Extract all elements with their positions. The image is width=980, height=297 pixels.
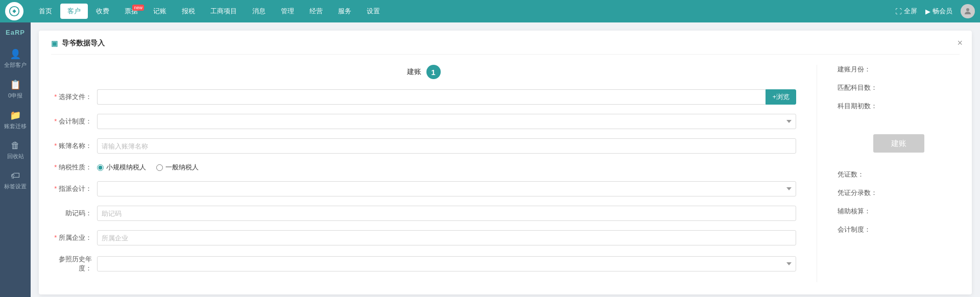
sidebar-label-migration: 账套迁移 <box>4 122 27 130</box>
form-right: 建账月份： 匹配科目数： 科目期初数： 建账 凭证 <box>817 65 960 282</box>
nav-fee[interactable]: 收费 <box>89 4 116 19</box>
company-row: 所属企业： <box>51 230 796 245</box>
company-input[interactable] <box>97 230 796 245</box>
step-label: 建账 <box>407 67 421 77</box>
nav-customer[interactable]: 客户 <box>60 4 88 19</box>
aux-field: 辅助核算： <box>838 207 960 216</box>
sidebar-item-all-customers[interactable]: 👤 全部客户 <box>0 44 31 73</box>
sidebar-item-tags[interactable]: 🏷 标签设置 <box>0 166 31 194</box>
avatar[interactable] <box>961 4 975 18</box>
tax-row: 纳税性质： 小规模纳税人 一般纳税人 <box>51 163 796 172</box>
voucher-field: 凭证数： <box>838 170 960 179</box>
fullscreen-label: 全屏 <box>904 7 917 16</box>
nav-bookkeeping[interactable]: 记账 <box>146 4 174 19</box>
memo-label: 助记码： <box>51 209 97 218</box>
history-select[interactable] <box>97 256 796 271</box>
nav-invoice[interactable]: 票据 new <box>117 4 145 19</box>
sidebar-item-declaration[interactable]: 📋 0申报 <box>0 75 31 104</box>
main-content: ▣ 导爷数据导入 × 建账 1 选择文件： <box>31 22 980 297</box>
history-control <box>97 256 796 271</box>
month-field: 建账月份： <box>838 65 960 74</box>
nav-message[interactable]: 消息 <box>245 4 273 19</box>
ledger-input[interactable] <box>97 138 796 154</box>
tags-icon: 🏷 <box>11 170 20 181</box>
layout: EaRP 👤 全部客户 📋 0申报 📁 账套迁移 🗑 回收站 🏷 标签设置 ▣ … <box>0 22 980 297</box>
declaration-icon: 📋 <box>10 79 21 90</box>
history-row: 参照历史年度： <box>51 255 796 273</box>
form-left: 建账 1 选择文件： +浏览 会计制度： <box>51 65 817 282</box>
file-input[interactable] <box>97 89 766 105</box>
voucher-label: 凭证数： <box>838 170 883 179</box>
accountant-control <box>97 181 796 196</box>
browse-button[interactable]: +浏览 <box>766 89 796 105</box>
nav-operation[interactable]: 经营 <box>302 4 330 19</box>
migration-icon: 📁 <box>10 110 21 121</box>
tax-general[interactable]: 一般纳税人 <box>156 163 199 172</box>
aux-label: 辅助核算： <box>838 207 883 216</box>
tax-small-radio[interactable] <box>97 164 104 171</box>
customer-icon: 👤 <box>10 48 21 60</box>
accountant-label: 指派会计： <box>51 184 97 193</box>
member-btn[interactable]: ▶ 畅会员 <box>925 7 952 16</box>
nav-manage[interactable]: 管理 <box>274 4 301 19</box>
nav-settings[interactable]: 设置 <box>360 4 387 19</box>
svg-point-1 <box>966 8 969 11</box>
voucher-entries-label: 凭证分录数： <box>838 188 883 197</box>
tax-general-label: 一般纳税人 <box>165 163 199 172</box>
dialog-header: ▣ 导爷数据导入 <box>51 39 960 55</box>
month-label: 建账月份： <box>838 65 883 74</box>
history-label: 参照历史年度： <box>51 255 97 273</box>
memo-control <box>97 206 796 221</box>
accounting-label: 会计制度： <box>51 117 97 126</box>
sidebar: EaRP 👤 全部客户 📋 0申报 📁 账套迁移 🗑 回收站 🏷 标签设置 <box>0 22 31 297</box>
nav-home[interactable]: 首页 <box>32 4 59 19</box>
sidebar-label-declaration: 0申报 <box>8 92 22 100</box>
step-header: 建账 1 <box>51 65 796 79</box>
nav-tax[interactable]: 报税 <box>175 4 202 19</box>
tax-small-label: 小规模纳税人 <box>106 163 146 172</box>
build-button[interactable]: 建账 <box>873 134 924 153</box>
nav-business[interactable]: 工商项目 <box>203 4 244 19</box>
match-field: 匹配科目数： <box>838 83 960 92</box>
member-icon: ▶ <box>925 8 930 15</box>
right-accounting-field: 会计制度： <box>838 225 960 234</box>
file-row: 选择文件： +浏览 <box>51 89 796 105</box>
logo[interactable] <box>5 2 23 20</box>
step-circle: 1 <box>426 65 441 79</box>
nav-items: 首页 客户 收费 票据 new 记账 报税 工商项目 消息 管理 经营 服务 设… <box>32 4 895 19</box>
tax-label: 纳税性质： <box>51 163 97 172</box>
tax-small[interactable]: 小规模纳税人 <box>97 163 146 172</box>
tax-general-radio[interactable] <box>156 164 163 171</box>
memo-input[interactable] <box>97 206 796 221</box>
accountant-row: 指派会计： <box>51 181 796 196</box>
file-label: 选择文件： <box>51 92 97 102</box>
member-label: 畅会员 <box>933 7 952 16</box>
form-layout: 建账 1 选择文件： +浏览 会计制度： <box>51 65 960 282</box>
recycle-icon: 🗑 <box>11 140 20 151</box>
accounting-select[interactable] <box>97 114 796 129</box>
period-field: 科目期初数： <box>838 102 960 111</box>
accounting-control <box>97 114 796 129</box>
voucher-entries-field: 凭证分录数： <box>838 188 960 197</box>
top-nav: 首页 客户 收费 票据 new 记账 报税 工商项目 消息 管理 经营 服务 设… <box>0 0 980 22</box>
fullscreen-icon: ⛶ <box>895 8 902 15</box>
file-control: +浏览 <box>97 89 796 105</box>
sidebar-logo: EaRP <box>2 27 29 40</box>
nav-service[interactable]: 服务 <box>331 4 358 19</box>
close-button[interactable]: × <box>957 38 963 48</box>
import-icon: ▣ <box>51 39 58 47</box>
accountant-select[interactable] <box>97 181 796 196</box>
ledger-row: 账簿名称： <box>51 138 796 154</box>
dialog-title: 导爷数据导入 <box>62 39 105 48</box>
accounting-row: 会计制度： <box>51 114 796 129</box>
sidebar-item-recycle[interactable]: 🗑 回收站 <box>0 136 31 164</box>
sidebar-label-tags: 标签设置 <box>4 183 27 190</box>
ledger-control <box>97 138 796 154</box>
sidebar-item-migration[interactable]: 📁 账套迁移 <box>0 106 31 134</box>
dialog-card: ▣ 导爷数据导入 × 建账 1 选择文件： <box>39 31 972 294</box>
fullscreen-btn[interactable]: ⛶ 全屏 <box>895 7 917 16</box>
match-label: 匹配科目数： <box>838 83 883 92</box>
company-control <box>97 230 796 245</box>
memo-row: 助记码： <box>51 206 796 221</box>
right-accounting-label: 会计制度： <box>838 225 883 234</box>
